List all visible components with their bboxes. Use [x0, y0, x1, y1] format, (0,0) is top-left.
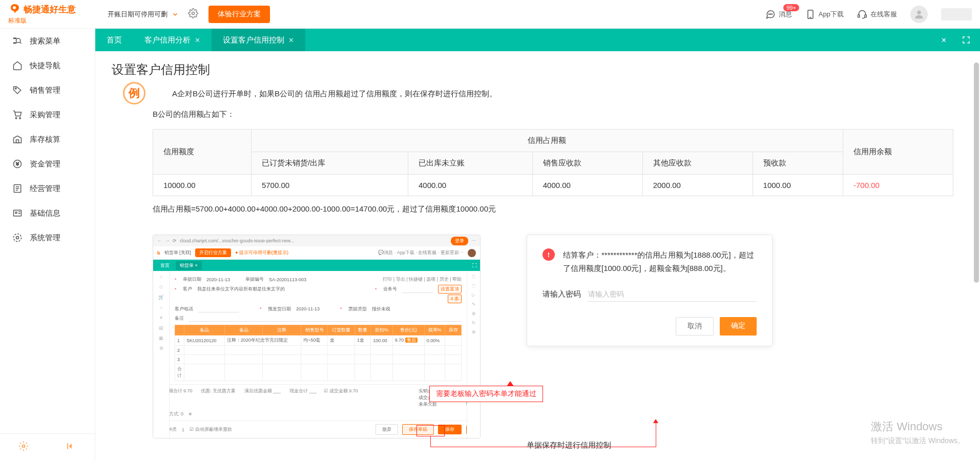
mini-col: 售价(元) — [392, 325, 424, 336]
close-icon[interactable]: ✕ — [288, 36, 294, 44]
svg-point-15 — [19, 117, 21, 119]
annotation-line — [430, 436, 431, 447]
gear-icon — [18, 441, 29, 451]
sidebar-item-sales[interactable]: 销售管理 — [0, 78, 95, 102]
mini-cell: 均~50毫 — [301, 336, 327, 346]
online-service-button[interactable]: 在线客服 — [857, 9, 897, 19]
mini-cell: 0.00% — [424, 336, 445, 346]
mini-savedraft-btn: 保存草稿 — [402, 424, 434, 435]
mini-delidate-val: 2020-11-13 — [296, 306, 320, 311]
mini-actions: 打印 | 导出 | 快捷键 | 选项 | 历史 | 帮助 — [383, 276, 462, 283]
tab-credit-analysis[interactable]: 客户信用分析 ✕ — [133, 29, 212, 51]
collapse-icon — [65, 441, 76, 451]
cell-other: 2000.00 — [642, 175, 753, 196]
dialog-ok-button[interactable]: 确定 — [720, 317, 757, 336]
mini-col: 销售型号 — [301, 325, 327, 336]
annotation-line — [656, 422, 656, 447]
account-selector[interactable]: 开账日期可停用可删 — [108, 10, 179, 19]
mini-totallbl: 成交金额 — [329, 388, 348, 393]
col-balance: 信用用余额 — [843, 130, 953, 175]
mini-pill: 售后 — [405, 338, 418, 343]
mini-cell: 盒 — [328, 336, 355, 346]
tab-close-all-button[interactable]: ✕ — [935, 31, 952, 49]
phone-icon — [805, 9, 816, 19]
fullscreen-icon — [962, 35, 971, 45]
svg-line-12 — [20, 43, 22, 44]
mini-col: 库存 — [445, 325, 462, 336]
mini-date-label: 单据日期 — [183, 276, 201, 283]
close-icon[interactable]: ✕ — [195, 36, 200, 44]
svg-point-8 — [917, 10, 921, 14]
page-title: 设置客户信用控制 — [95, 51, 980, 86]
password-input[interactable] — [587, 287, 757, 302]
scrollbar-thumb[interactable] — [974, 62, 979, 283]
col-prepaid: 预收款 — [753, 152, 843, 175]
mini-set-top: 设置置顶 — [438, 285, 462, 294]
account-settings-button[interactable] — [188, 8, 198, 20]
mini-deplbl: 满后优惠金额 — [244, 388, 272, 393]
brand-subtitle: 标准版 — [8, 16, 27, 25]
user-avatar[interactable] — [910, 6, 928, 23]
tab-bar: 首页 客户信用分析 ✕ 设置客户信用控制 ✕ ✕ — [95, 29, 980, 51]
brand-logo: 畅捷通好生意 标准版 — [8, 3, 95, 25]
mini-col: 税率% — [424, 325, 445, 336]
mini-totalval: 9.70 — [349, 388, 358, 393]
sidebar-item-purchase[interactable]: 采购管理 — [0, 102, 95, 127]
sidebar-item-quicknav[interactable]: 快捷导航 — [0, 53, 95, 78]
user-name-placeholder[interactable] — [941, 8, 972, 20]
dialog-message: 结算客户：************的信用占用额为[1888.00元]，超过了信用… — [563, 248, 757, 275]
svg-rect-23 — [14, 210, 22, 216]
sidebar-item-funds[interactable]: ¥ 资金管理 — [0, 152, 95, 176]
dialog-cancel-button[interactable]: 取消 — [676, 317, 714, 336]
tab-home[interactable]: 首页 — [95, 29, 133, 51]
svg-point-11 — [16, 38, 20, 43]
content-scroll-area[interactable]: 设置客户信用控制 例 A企对B公司进行开单时，如果B公司的 信用占用额超过了信用… — [95, 51, 980, 461]
mini-footcount-v: 1 — [182, 427, 184, 432]
messages-button[interactable]: 消息 99+ — [765, 9, 792, 19]
mini-tab-home: 首页 — [156, 261, 174, 270]
col-other-receivable: 其他应收款 — [642, 152, 753, 175]
mini-tracktype-label: 票据类型 — [348, 306, 367, 312]
home-icon — [12, 60, 23, 71]
tab-credit-control-settings[interactable]: 设置客户信用控制 ✕ — [212, 29, 305, 51]
cell-balance: -700.00 — [843, 175, 953, 196]
svg-point-29 — [22, 445, 25, 448]
example-badge-text: 例 — [123, 82, 145, 104]
system-icon — [12, 233, 23, 243]
col-quota: 信用额度 — [153, 130, 252, 175]
sidebar-item-label: 库存核算 — [30, 135, 60, 144]
calculation-formula: 信用占用额=5700.00+4000.00+4000.00+2000.00-10… — [153, 204, 953, 214]
sidebar-item-inventory[interactable]: 库存核算 — [0, 127, 95, 152]
tag-icon — [12, 85, 23, 95]
sidebar: 搜索菜单 快捷导航 销售管理 采购管理 库存核算 ¥ 资金管理 经营管理 基础信 — [0, 29, 95, 461]
mini-cust-label: 客户 — [183, 286, 192, 292]
brand-icon — [8, 3, 20, 15]
headset-icon — [857, 9, 867, 19]
sidebar-item-basic[interactable]: 基础信息 — [0, 201, 95, 225]
mini-col: 数量 — [355, 325, 370, 336]
mini-preflbl: 优惠 — [201, 388, 210, 393]
mini-col: 备品 — [184, 325, 225, 336]
sidebar-item-label: 基础信息 — [30, 208, 60, 218]
sidebar-item-operation[interactable]: 经营管理 — [0, 176, 95, 201]
svg-rect-16 — [16, 140, 19, 143]
sidebar-item-label: 经营管理 — [30, 184, 60, 194]
mini-delidate-label: 预发货日期 — [268, 306, 291, 312]
sidebar-item-search[interactable]: 搜索菜单 — [0, 29, 95, 53]
svg-rect-30 — [68, 443, 69, 449]
mini-col: 备品 — [224, 325, 263, 336]
sidebar-settings-button[interactable] — [18, 441, 29, 454]
col-group-usage: 信用占用额 — [251, 130, 843, 152]
svg-point-28 — [16, 237, 19, 239]
svg-point-24 — [15, 212, 17, 214]
warehouse-icon — [12, 134, 23, 144]
industry-experience-button[interactable]: 体验行业方案 — [208, 6, 270, 23]
sidebar-item-system[interactable]: 系统管理 — [0, 225, 95, 250]
svg-point-2 — [770, 13, 770, 14]
fullscreen-button[interactable] — [957, 31, 975, 49]
sidebar-collapse-button[interactable] — [65, 441, 76, 454]
app-download-button[interactable]: App下载 — [805, 9, 844, 19]
mini-count-tag: 4 条 — [448, 295, 462, 303]
mini-pay-0: 0 — [181, 411, 183, 416]
mini-cell: SKU20120120 — [184, 336, 225, 346]
